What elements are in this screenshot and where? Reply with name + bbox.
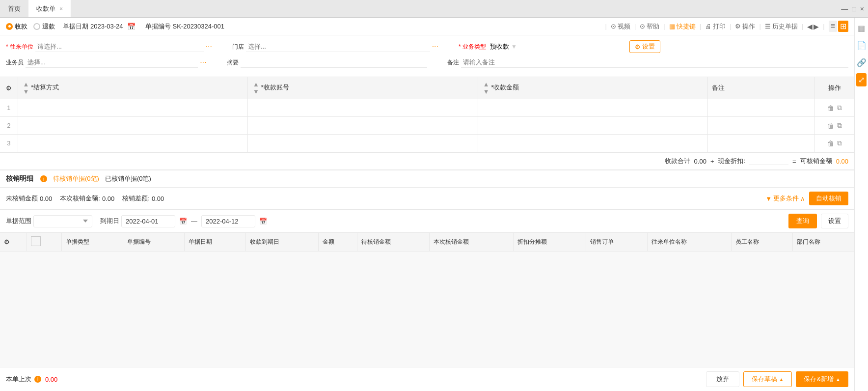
total-value: 0.00	[694, 158, 706, 165]
close-icon[interactable]: ×	[860, 5, 864, 13]
range-select[interactable]	[33, 215, 92, 227]
remark-cell[interactable]	[708, 99, 815, 117]
setting-button[interactable]: ⚙ 设置	[629, 40, 660, 53]
payment-method-cell[interactable]	[18, 117, 248, 135]
current-verify-label: 本次核销金额:	[60, 194, 100, 203]
bottom-th-9: 折扣分摊额	[514, 233, 586, 251]
prev-arrow[interactable]: ◀	[807, 23, 813, 30]
receipt-amount-cell[interactable]	[478, 99, 708, 117]
tab-home[interactable]: 首页	[0, 0, 28, 17]
receipt-account-cell[interactable]	[248, 117, 478, 135]
summary-input[interactable]	[241, 57, 428, 68]
query-btn[interactable]: 查询	[788, 214, 817, 228]
sidebar-table-icon[interactable]: ▦	[856, 22, 867, 35]
tab-receipt[interactable]: 收款单 ×	[28, 0, 71, 17]
footer-info-icon[interactable]: i	[34, 376, 41, 383]
done-tab[interactable]: 已核销单据(0笔)	[105, 174, 151, 183]
th-operation: 操作	[815, 77, 854, 99]
restore-icon[interactable]: □	[852, 5, 856, 13]
staff-more-btn[interactable]: ···	[200, 58, 206, 67]
counterparty-field: 往来单位 ···	[6, 41, 212, 52]
remark-cell[interactable]	[708, 117, 815, 135]
summary-row: 收款合计 0.00 + 现金折扣: = 可核销金额 0.00	[0, 153, 854, 170]
th-settings[interactable]: ⚙	[0, 77, 18, 99]
calendar-icon[interactable]: 📅	[125, 22, 137, 31]
list-view-icon[interactable]: ≡	[829, 21, 837, 32]
receipt-account-cell[interactable]	[248, 99, 478, 117]
footer-info: 本单上次 i 0.00	[6, 375, 57, 384]
bottom-th-0[interactable]: ⚙	[0, 233, 27, 251]
calendar-end-icon[interactable]: 📅	[259, 218, 267, 225]
select-all-checkbox[interactable]	[31, 236, 41, 246]
payment-method-cell[interactable]	[18, 99, 248, 117]
radio-refund[interactable]: 退款	[33, 22, 55, 31]
store-input[interactable]	[246, 41, 430, 52]
delete-icon[interactable]: 🗑	[827, 104, 834, 112]
tab-receipt-label: 收款单	[36, 4, 55, 13]
tab-bar: 首页 收款单 × — □ ×	[0, 0, 868, 18]
discard-btn[interactable]: 放弃	[706, 371, 739, 387]
video-btn[interactable]: ⊙ 视频	[611, 22, 630, 31]
staff-input[interactable]	[26, 57, 198, 68]
payment-method-cell[interactable]	[18, 135, 248, 152]
bottom-th-2: 单据类型	[62, 233, 123, 251]
discount-input[interactable]	[749, 157, 788, 165]
gear-icon: ⚙	[635, 43, 641, 51]
receipt-account-cell[interactable]	[248, 135, 478, 152]
nav-arrows: ◀ ▶	[807, 23, 819, 30]
toolbar: 收款 退款 单据日期 2023-03-24 📅 单据编号 SK-20230324…	[0, 18, 854, 35]
help-btn[interactable]: ⊙ 帮助	[640, 22, 659, 31]
radio-receipt[interactable]: 收款	[6, 22, 27, 31]
radio-refund-dot	[33, 23, 40, 30]
auto-verify-btn[interactable]: 自动核销	[809, 192, 848, 205]
right-sidebar: ▦ 📄 🔗 ⤢	[854, 18, 868, 391]
sidebar-link-icon[interactable]: 🔗	[855, 56, 868, 69]
remark-cell[interactable]	[708, 135, 815, 152]
bottom-th-1[interactable]	[27, 233, 62, 251]
receipt-amount-cell[interactable]	[478, 135, 708, 152]
row-num: 3	[0, 135, 18, 152]
next-arrow[interactable]: ▶	[814, 23, 819, 30]
sidebar-doc-icon[interactable]: 📄	[855, 39, 868, 52]
operation-btn[interactable]: ⚙ 操作	[735, 22, 755, 31]
store-more-btn[interactable]: ···	[432, 42, 438, 51]
pending-tab[interactable]: 待核销单据(0笔)	[53, 174, 99, 183]
settings-icon: ⚙	[6, 84, 12, 92]
due-date-start-input[interactable]	[121, 215, 175, 227]
staff-field: 业务员 ···	[6, 57, 207, 68]
more-conditions-btn[interactable]: ▼ 更多条件 ∧	[765, 194, 805, 203]
print-label: 打印	[713, 22, 726, 31]
calendar-start-icon[interactable]: 📅	[179, 218, 187, 225]
range-label: 单据范围	[6, 217, 31, 225]
business-type-dropdown[interactable]: ▼	[511, 43, 517, 50]
due-date-end-input[interactable]	[201, 215, 255, 227]
main-table-wrapper: ⚙ ▲▼ *结算方式 ▲▼ *收款账号 ▲▼ *收款金额	[0, 77, 854, 153]
print-btn[interactable]: 🖨 打印	[705, 22, 726, 31]
delete-icon[interactable]: 🗑	[827, 140, 834, 147]
counterparty-more-btn[interactable]: ···	[206, 42, 212, 51]
sidebar-expand-icon[interactable]: ⤢	[856, 73, 867, 86]
bottom-th-8: 本次核销金额	[430, 233, 514, 251]
bottom-settings-icon[interactable]: ⚙	[4, 238, 10, 246]
tab-close-icon[interactable]: ×	[59, 5, 63, 12]
radio-receipt-label: 收款	[15, 22, 27, 31]
shortcut-btn[interactable]: ▦ 快捷键	[669, 22, 696, 31]
save-draft-btn[interactable]: 保存草稿 ▲	[743, 371, 792, 387]
copy-icon[interactable]: ⧉	[837, 139, 842, 147]
copy-icon[interactable]: ⧉	[837, 104, 842, 112]
delete-icon[interactable]: 🗑	[827, 122, 834, 130]
bottom-th-12: 员工名称	[732, 233, 793, 251]
verif-info-icon[interactable]: i	[40, 175, 47, 182]
table-row: 3 🗑 ⧉	[0, 135, 854, 152]
grid-view-icon[interactable]: ⊞	[838, 21, 848, 32]
row-num: 1	[0, 99, 18, 117]
save-new-btn[interactable]: 保存&新增 ▲	[796, 371, 848, 387]
counterparty-input[interactable]	[35, 41, 204, 52]
minimize-icon[interactable]: —	[841, 5, 848, 13]
history-btn[interactable]: ☰ 历史单据	[765, 22, 798, 31]
setting-btn2[interactable]: 设置	[821, 214, 848, 228]
form-area: 往来单位 ··· 门店 ··· 业务类型 预收款 ▼	[0, 35, 854, 77]
receipt-amount-cell[interactable]	[478, 117, 708, 135]
remark-input[interactable]	[461, 57, 848, 68]
copy-icon[interactable]: ⧉	[837, 121, 842, 130]
